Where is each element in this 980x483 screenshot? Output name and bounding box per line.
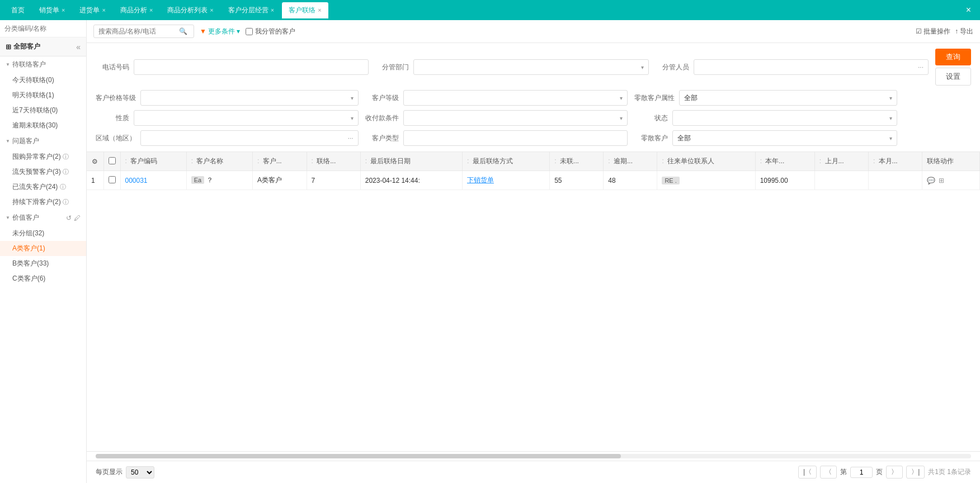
th-overdue[interactable]: : 逾期... bbox=[604, 152, 657, 171]
add-value-icon[interactable]: 🖊 bbox=[74, 214, 81, 222]
th-customer-code[interactable]: : 客户编码 bbox=[120, 152, 186, 171]
sidebar-item-tomorrow[interactable]: 明天待联络(1) bbox=[0, 88, 86, 103]
th-this-month[interactable]: : 本月... bbox=[868, 152, 922, 171]
nav-tab-sales[interactable]: 销货单 × bbox=[32, 2, 72, 18]
first-page-button[interactable]: |〈 bbox=[798, 466, 817, 479]
filter-dept-input[interactable]: ▾ bbox=[413, 59, 648, 75]
close-customer-layer-icon[interactable]: × bbox=[271, 7, 274, 13]
th-last-contact-date-label: 最后联络日期 bbox=[370, 157, 411, 165]
filter-customer-level-label: 客户等级 bbox=[365, 93, 399, 103]
next-page-button[interactable]: 〉 bbox=[886, 466, 903, 479]
filter-person-label: 分管人员 bbox=[656, 63, 689, 72]
chat-action-icon[interactable]: 💬 bbox=[927, 177, 935, 184]
filter-retail-attr-label: 零散客户属性 bbox=[634, 93, 675, 103]
sidebar-item-churn-warning[interactable]: 流失预警客户(3) ⓘ bbox=[0, 164, 86, 179]
close-all-button[interactable]: × bbox=[962, 3, 976, 17]
main-search-icon[interactable]: 🔍 bbox=[179, 27, 187, 35]
td-last-contact-method[interactable]: 下销货单 bbox=[462, 171, 549, 190]
refresh-value-icon[interactable]: ↺ bbox=[66, 214, 72, 222]
th-uncontacted[interactable]: : 未联... bbox=[550, 152, 604, 171]
filter-customer-level-input[interactable]: ▾ bbox=[403, 90, 628, 106]
filter-price-level-input[interactable]: ▾ bbox=[140, 90, 359, 106]
sidebar-item-declining[interactable]: 持续下滑客户(2) ⓘ bbox=[0, 195, 86, 210]
close-purchase-icon[interactable]: × bbox=[102, 7, 105, 13]
sidebar-item-today[interactable]: 今天待联络(0) bbox=[0, 73, 86, 88]
th-last-month-label: 上月... bbox=[825, 157, 844, 165]
select-all-checkbox[interactable] bbox=[109, 157, 116, 164]
nav-tab-goods-list-label: 商品分析列表 bbox=[167, 6, 208, 15]
sidebar-item-c-class[interactable]: C类客户(6) bbox=[0, 271, 86, 286]
table-header-row: ⚙ : 客户编码 : 客户名称 : 客户... bbox=[87, 152, 980, 171]
nav-tab-goods-analysis[interactable]: 商品分析 × bbox=[114, 2, 159, 18]
prev-page-button[interactable]: 〈 bbox=[820, 466, 837, 479]
filter-region-input[interactable]: ··· bbox=[140, 130, 359, 146]
sidebar-item-7days[interactable]: 近7天待联络(0) bbox=[0, 103, 86, 118]
th-contact-person[interactable]: : 往来单位联系人 bbox=[657, 152, 755, 171]
customer-level-arrow-icon: ▾ bbox=[620, 95, 623, 101]
export-button[interactable]: ↑ 导出 bbox=[955, 27, 973, 36]
sidebar-item-abnormal[interactable]: 囤购异常客户(2) ⓘ bbox=[0, 149, 86, 164]
th-customer-name[interactable]: : 客户名称 bbox=[186, 152, 252, 171]
td-actions: 💬 ⊞ bbox=[922, 171, 980, 190]
td-checkbox[interactable] bbox=[103, 171, 120, 190]
page-total-label: 共1页 1条记录 bbox=[928, 467, 971, 477]
my-customers-checkbox-area[interactable]: 我分管的客户 bbox=[246, 27, 295, 36]
filter-nature-input[interactable]: ▾ bbox=[134, 110, 359, 126]
page-number-input[interactable] bbox=[850, 467, 873, 478]
sidebar-item-overdue[interactable]: 逾期未联络(30) bbox=[0, 118, 86, 133]
filter-person-input[interactable]: ··· bbox=[694, 59, 929, 75]
main-search-input[interactable] bbox=[98, 27, 177, 35]
more-action-icon[interactable]: ⊞ bbox=[939, 177, 944, 184]
th-this-month-label: 本月... bbox=[879, 157, 898, 165]
last-page-button[interactable]: 〉| bbox=[906, 466, 925, 479]
batch-op-button[interactable]: ☑ 批量操作 bbox=[916, 27, 950, 36]
section-label-problem: 问题客户 bbox=[12, 136, 39, 146]
horizontal-scrollbar[interactable] bbox=[87, 451, 980, 461]
th-gear[interactable]: ⚙ bbox=[87, 152, 103, 171]
sidebar-item-b-class[interactable]: B类客户(33) bbox=[0, 256, 86, 271]
nav-tab-purchase[interactable]: 进货单 × bbox=[73, 2, 112, 18]
th-this-year[interactable]: : 本年... bbox=[755, 152, 814, 171]
close-goods-analysis-icon[interactable]: × bbox=[149, 7, 153, 13]
page-label: 页 bbox=[876, 467, 883, 477]
th-customer-type-col[interactable]: : 客户... bbox=[253, 152, 307, 171]
th-contact-count[interactable]: : 联络... bbox=[307, 152, 360, 171]
page-size-label: 每页显示 bbox=[96, 467, 123, 477]
sidebar-item-a-class[interactable]: A类客户(1) bbox=[0, 241, 86, 256]
filter-status-input[interactable]: ▾ bbox=[672, 110, 897, 126]
th-last-month[interactable]: : 上月... bbox=[814, 152, 868, 171]
th-checkbox[interactable] bbox=[103, 152, 120, 171]
section-title-pending[interactable]: ▼ 待联络客户 bbox=[0, 56, 86, 73]
setting-button[interactable]: 设置 bbox=[935, 68, 971, 86]
nav-tab-goods-list[interactable]: 商品分析列表 × bbox=[161, 2, 220, 18]
filter-payment-input[interactable]: ▾ bbox=[403, 110, 628, 126]
section-title-problem[interactable]: ▼ 问题客户 bbox=[0, 133, 86, 149]
filter-retail-customer-input[interactable]: 全部 ▾ bbox=[672, 130, 897, 146]
sidebar-item-ungrouped[interactable]: 未分组(32) bbox=[0, 226, 86, 241]
filter-status: 状态 ▾ bbox=[634, 110, 897, 126]
th-last-contact-method[interactable]: : 最后联络方式 bbox=[462, 152, 549, 171]
filter-phone-input[interactable] bbox=[134, 59, 369, 75]
close-goods-list-icon[interactable]: × bbox=[210, 7, 213, 13]
close-customer-contact-icon[interactable]: × bbox=[318, 7, 321, 13]
th-last-contact-date[interactable]: : 最后联络日期 bbox=[360, 152, 462, 171]
page-size-select[interactable]: 50 100 200 bbox=[126, 466, 154, 479]
contact-method-link[interactable]: 下销货单 bbox=[467, 176, 494, 184]
sidebar-item-churned[interactable]: 已流失客户(24) ⓘ bbox=[0, 179, 86, 195]
sidebar-search-input[interactable] bbox=[4, 25, 87, 32]
filter-customer-type-input[interactable] bbox=[403, 130, 628, 146]
sidebar-collapse-button[interactable]: « bbox=[76, 42, 81, 51]
sidebar-all-customers[interactable]: ⊞ 全部客户 bbox=[6, 42, 40, 51]
nav-tab-customer-contact[interactable]: 客户联络 × bbox=[282, 2, 328, 18]
close-sales-icon[interactable]: × bbox=[62, 7, 65, 13]
more-filters-button[interactable]: ▼ 更多条件 ▾ bbox=[200, 27, 240, 36]
query-button[interactable]: 查询 bbox=[935, 49, 971, 65]
scrollbar-thumb[interactable] bbox=[96, 454, 621, 458]
nav-tab-home[interactable]: 首页 bbox=[4, 2, 31, 18]
filter-retail-attr-input[interactable]: 全部 ▾ bbox=[679, 90, 897, 106]
main-layout: 🔍 ⊞ 全部客户 « ▼ 待联络客户 今天待联络(0) 明天待联络(1) 近7天… bbox=[0, 20, 980, 483]
my-customers-checkbox[interactable] bbox=[246, 28, 253, 35]
row-checkbox[interactable] bbox=[109, 176, 116, 183]
nav-tab-customer-layer[interactable]: 客户分层经营 × bbox=[222, 2, 281, 18]
td-customer-code[interactable]: 000031 bbox=[120, 171, 186, 190]
